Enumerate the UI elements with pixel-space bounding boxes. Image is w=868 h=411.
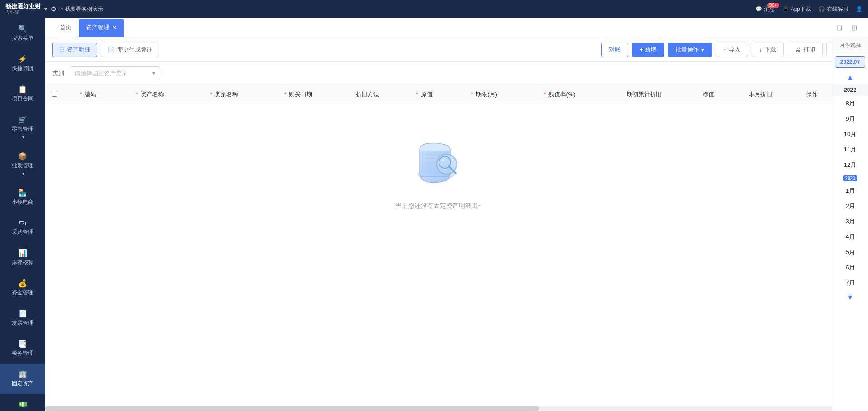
ecom-icon: 🏪 <box>18 189 27 197</box>
month-next-button[interactable]: ▼ <box>843 293 858 302</box>
year-2023-badge: 2023 <box>843 175 857 181</box>
sidebar-item-salary[interactable]: 💵 工资 <box>0 394 45 411</box>
retail-arrow-icon: ▾ <box>22 134 24 139</box>
import-button[interactable]: ↑ 导入 <box>716 43 748 57</box>
top-bar-left: 畅捷通好业财 专业版 ▾ ⚙ ○ 我要看实例演示 <box>5 3 755 15</box>
window-minimize-button[interactable]: ⊟ <box>833 22 846 34</box>
contract-icon: 📋 <box>18 85 27 94</box>
month-8-2022[interactable]: 8月 <box>832 96 868 111</box>
wholesale-arrow-icon: ▾ <box>22 171 24 176</box>
toolbar: 对账 + 新增 批量操作 ▾ ↑ 导入 ↓ 下载 <box>601 43 861 57</box>
inventory-icon: 📊 <box>18 249 27 257</box>
category-select[interactable]: 请选择固定资产类别 ▾ <box>70 66 160 80</box>
window-maximize-button[interactable]: ⊞ <box>848 22 861 34</box>
sidebar-item-project-contract[interactable]: 📋 项目合同 <box>0 79 45 109</box>
headset-icon: 🎧 <box>818 6 825 12</box>
tab-asset-mgmt[interactable]: 资产管理 ✕ <box>79 19 124 37</box>
select-arrow-icon: ▾ <box>152 70 155 76</box>
month-2-2023[interactable]: 2月 <box>832 198 868 214</box>
empty-text: 当前您还没有固定资产明细哦~ <box>396 202 481 210</box>
filter-row: 类别 请选择固定资产类别 ▾ <box>45 62 868 85</box>
month-7-2023[interactable]: 7月 <box>832 275 868 291</box>
month-3-2023[interactable]: 3月 <box>832 214 868 229</box>
sidebar-item-fixed-assets[interactable]: 🏢 固定资产 <box>0 364 45 394</box>
horizontal-scrollbar[interactable] <box>45 406 868 411</box>
month-6-2023[interactable]: 6月 <box>832 260 868 275</box>
app-download-button[interactable]: 📱 App下载 <box>782 5 811 13</box>
sidebar-item-search-menu[interactable]: 🔍 搜索菜单 <box>0 18 45 48</box>
settings-icon[interactable]: ⚙ <box>51 5 57 13</box>
batch-arrow-icon: ▾ <box>701 47 704 53</box>
import-icon: ↑ <box>723 47 726 53</box>
empty-illustration <box>407 132 470 195</box>
wholesale-icon: 📦 <box>18 152 27 161</box>
col-period-months: * 期限(月) <box>449 85 519 104</box>
col-code: * 编码 <box>63 85 113 104</box>
col-monthly-depreciation: 本月折旧 <box>728 85 793 104</box>
user-icon: 👤 <box>856 6 863 12</box>
col-net-value: 净值 <box>689 85 728 104</box>
col-depreciation-method: 折旧方法 <box>335 85 400 104</box>
page-content: ☰ 资产明细 📄 变更生成凭证 对账 + 新增 <box>45 38 868 411</box>
asset-table: * 编码 * 资产名称 * 类别名称 <box>45 85 832 237</box>
month-12-2022[interactable]: 12月 <box>832 157 868 173</box>
month-panel-header: 月份选择 <box>832 38 868 53</box>
col-checkbox <box>45 85 63 104</box>
tab-close-icon[interactable]: ✕ <box>112 24 117 31</box>
download-button[interactable]: ↓ 下载 <box>752 43 784 57</box>
company-dropdown[interactable]: ▾ <box>44 6 47 12</box>
phone-icon: 📱 <box>782 6 789 12</box>
sidebar-item-invoice-mgmt[interactable]: 🧾 发票管理 <box>0 303 45 333</box>
tax-icon: 📑 <box>18 340 27 348</box>
sidebar-item-inventory[interactable]: 📊 库存核算 <box>0 242 45 273</box>
col-asset-name: * 资产名称 <box>113 85 187 104</box>
month-9-2022[interactable]: 9月 <box>832 111 868 127</box>
scrollbar-thumb[interactable] <box>45 406 539 411</box>
invoice-icon: 🧾 <box>18 309 27 318</box>
col-accumulated-depreciation: 期初累计折旧 <box>600 85 689 104</box>
tab-home[interactable]: 首页 <box>52 19 79 37</box>
retail-icon: 🛒 <box>18 115 27 124</box>
empty-state: 当前您还没有固定资产明细哦~ <box>45 104 832 237</box>
month-5-2023[interactable]: 5月 <box>832 245 868 260</box>
add-button[interactable]: + 新增 <box>632 43 664 57</box>
sub-tab-asset-detail[interactable]: ☰ 资产明细 <box>52 43 97 57</box>
sub-tab-change-voucher[interactable]: 📄 变更生成凭证 <box>101 43 159 57</box>
message-icon: 💬 <box>755 6 762 12</box>
col-residual-rate: * 残值率(%) <box>519 85 600 104</box>
print-button[interactable]: 🖨 打印 <box>788 43 823 57</box>
main-container: 🔍 搜索菜单 ⚡ 快捷导航 📋 项目合同 🛒 零售管理 ▾ 📦 批发管理 ▾ 🏪… <box>0 18 868 411</box>
message-badge: 99+ <box>767 3 779 8</box>
sidebar-item-quick-nav[interactable]: ⚡ 快捷导航 <box>0 48 45 79</box>
month-1-2023[interactable]: 1月 <box>832 183 868 198</box>
voucher-icon: 📄 <box>108 47 115 53</box>
select-all-checkbox[interactable] <box>52 91 57 97</box>
category-select-placeholder: 请选择固定资产类别 <box>75 69 152 77</box>
demo-icon: ○ <box>60 6 63 12</box>
top-bar: 畅捷通好业财 专业版 ▾ ⚙ ○ 我要看实例演示 💬 消息 99+ 📱 App下… <box>0 0 868 18</box>
month-4-2023[interactable]: 4月 <box>832 229 868 245</box>
sidebar-item-fund-mgmt[interactable]: 💰 资金管理 <box>0 273 45 303</box>
sidebar-item-retail-mgmt[interactable]: 🛒 零售管理 ▾ <box>0 109 45 146</box>
col-category-name: * 类别名称 <box>187 85 261 104</box>
batch-button[interactable]: 批量操作 ▾ <box>668 43 712 57</box>
top-bar-right: 💬 消息 99+ 📱 App下载 🎧 在线客服 👤 <box>755 5 863 13</box>
col-purchase-date: * 购买日期 <box>261 85 335 104</box>
sidebar-item-tax-mgmt[interactable]: 📑 税务管理 <box>0 333 45 364</box>
current-month-display: 2022.07 <box>835 56 865 68</box>
message-button[interactable]: 💬 消息 99+ <box>755 5 775 13</box>
duizhang-button[interactable]: 对账 <box>601 43 628 57</box>
search-icon: 🔍 <box>18 24 27 33</box>
month-10-2022[interactable]: 10月 <box>832 127 868 142</box>
sidebar-item-purchase-mgmt[interactable]: 🛍 采购管理 <box>0 213 45 242</box>
month-prev-button[interactable]: ▲ <box>843 72 858 82</box>
year-2022-label: 2022 <box>832 84 868 96</box>
month-11-2022[interactable]: 11月 <box>832 142 868 157</box>
customer-service-button[interactable]: 🎧 在线客服 <box>818 5 849 13</box>
sidebar-item-wholesale-mgmt[interactable]: 📦 批发管理 ▾ <box>0 146 45 182</box>
quick-nav-icon: ⚡ <box>18 55 27 63</box>
sidebar-item-mini-ecom[interactable]: 🏪 小畅电商 <box>0 182 45 213</box>
purchase-icon: 🛍 <box>19 219 26 227</box>
demo-link[interactable]: ○ 我要看实例演示 <box>60 5 103 13</box>
user-menu[interactable]: 👤 <box>856 6 863 12</box>
